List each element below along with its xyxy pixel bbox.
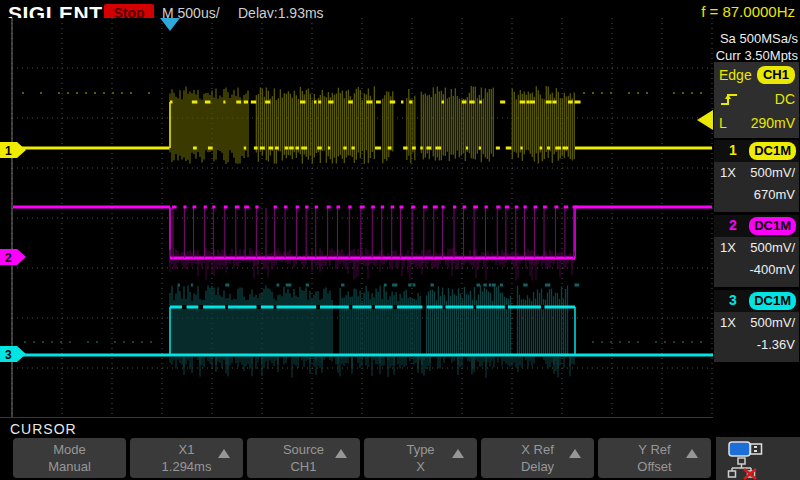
status-icon-panel: [716, 437, 800, 480]
channel-1-scale: 500mV/: [750, 165, 795, 180]
channel-2-coupling-badge: DC1M: [749, 217, 796, 235]
channel-1-offset: 670mV: [754, 187, 795, 202]
acquisition-info: Sa 500MSa/s Curr 3.50Mpts: [713, 30, 800, 64]
usb-icon: [728, 441, 764, 457]
channel-3-panel[interactable]: 3 DC1M 1X 500mV/ -1.36V: [714, 290, 799, 362]
right-sidebar: Sa 500MSa/s Curr 3.50Mpts Edge CH1 DC L …: [713, 28, 800, 437]
up-arrow-icon: [335, 449, 347, 458]
softkey-source[interactable]: Source CH1: [247, 438, 360, 478]
softkey-label-bottom: Offset: [598, 459, 711, 474]
waveform-svg: 123: [0, 18, 713, 419]
channel-marker-label: 3: [5, 348, 12, 362]
rising-edge-icon: [719, 90, 739, 108]
channel-marker-label: 2: [5, 251, 12, 265]
trigger-mode-label: Edge: [719, 67, 752, 83]
trigger-coupling: DC: [775, 88, 795, 110]
channel-3-number: 3: [729, 292, 737, 308]
channel-3-probe: 1X: [720, 315, 736, 330]
trigger-level-label: L: [719, 115, 727, 131]
softkey-label-bottom: Manual: [13, 459, 126, 474]
trigger-position-marker[interactable]: [160, 18, 180, 31]
channel-3-marker[interactable]: [0, 346, 26, 362]
channel-3-coupling-badge: DC1M: [749, 292, 796, 310]
channel-2-offset: -400mV: [749, 262, 795, 277]
channel-2-scale: 500mV/: [750, 240, 795, 255]
softkey-label-bottom: Delay: [481, 459, 594, 474]
channel-1-probe: 1X: [720, 165, 736, 180]
softkey-mode[interactable]: Mode Manual: [13, 438, 126, 478]
channel-1-number: 1: [729, 142, 737, 158]
channel-3-offset: -1.36V: [757, 337, 795, 352]
softkey-label-bottom: 1.294ms: [130, 459, 243, 474]
softkey-label-bottom: X: [364, 459, 477, 474]
channel-marker-label: 1: [5, 144, 12, 158]
channel-2-header: 2 DC1M: [714, 215, 799, 237]
channel-3-scale: 500mV/: [750, 315, 795, 330]
frequency-counter: f = 87.0000Hz: [701, 3, 795, 20]
lan-disconnected-icon: [726, 457, 758, 480]
channel-1-header: 1 DC1M: [714, 140, 799, 162]
trigger-level-value: 290mV: [751, 112, 795, 134]
softkey-type[interactable]: Type X: [364, 438, 477, 478]
sample-rate: Sa 500MSa/s: [713, 30, 798, 47]
channel-2-marker[interactable]: [0, 249, 26, 265]
oscilloscope-screen: { "header": { "brand": "SIGLENT", "run_s…: [0, 0, 800, 480]
up-arrow-icon: [569, 449, 581, 458]
softkey-label-top: Mode: [13, 442, 126, 457]
up-arrow-icon: [686, 449, 698, 458]
up-arrow-icon: [452, 449, 464, 458]
channel-1-panel[interactable]: 1 DC1M 1X 500mV/ 670mV: [714, 140, 799, 212]
up-arrow-icon: [218, 449, 230, 458]
channel-2-panel[interactable]: 2 DC1M 1X 500mV/ -400mV: [714, 215, 799, 287]
channel-2-number: 2: [729, 217, 737, 233]
waveform-display: 123: [0, 18, 713, 419]
bottom-menu-bar: CURSOR Mode Manual X1 1.294ms Source CH1…: [0, 419, 800, 480]
channel-3-header: 3 DC1M: [714, 290, 799, 312]
channel-1-marker[interactable]: [0, 142, 26, 158]
channel-2-probe: 1X: [720, 240, 736, 255]
softkey-x1[interactable]: X1 1.294ms: [130, 438, 243, 478]
trigger-level-marker[interactable]: [697, 110, 713, 130]
channel-1-coupling-badge: DC1M: [749, 142, 796, 160]
menu-title: CURSOR: [10, 421, 77, 437]
softkey-label-bottom: CH1: [247, 459, 360, 474]
trigger-source-badge: CH1: [757, 66, 795, 84]
softkey-yref[interactable]: Y Ref Offset: [598, 438, 711, 478]
trigger-panel[interactable]: Edge CH1 DC L 290mV: [714, 62, 799, 138]
softkey-xref[interactable]: X Ref Delay: [481, 438, 594, 478]
